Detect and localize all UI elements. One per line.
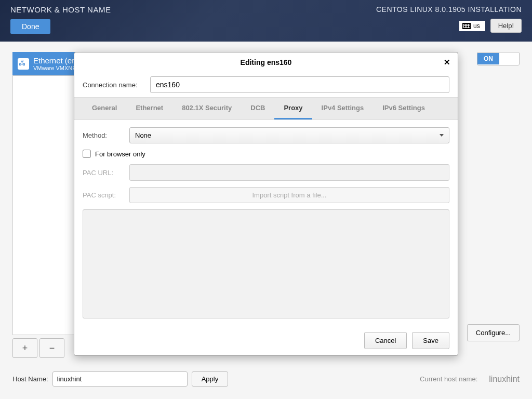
hostname-input[interactable] — [52, 371, 188, 387]
close-icon[interactable]: ✕ — [444, 58, 450, 67]
keyboard-icon — [462, 23, 471, 29]
connection-name-label: Connection name: — [83, 81, 145, 89]
configure-button[interactable]: Configure... — [467, 324, 520, 341]
done-button[interactable]: Done — [10, 19, 50, 34]
pac-url-input — [129, 164, 449, 181]
keyboard-layout-indicator[interactable]: us — [459, 21, 485, 31]
dialog-title: Editing ens160 ✕ — [74, 52, 458, 72]
product-label: CENTOS LINUX 8.0.1905 INSTALLATION — [376, 5, 522, 14]
toggle-on-label: ON — [477, 53, 499, 64]
current-hostname-label: Current host name: — [420, 375, 477, 383]
pac-script-textarea — [83, 209, 449, 318]
apply-hostname-button[interactable]: Apply — [192, 371, 229, 387]
method-value: None — [135, 131, 151, 139]
pac-url-label: PAC URL: — [83, 169, 122, 177]
save-button[interactable]: Save — [412, 332, 449, 349]
installer-header: NETWORK & HOST NAME Done CENTOS LINUX 8.… — [0, 0, 532, 42]
remove-interface-button[interactable]: − — [39, 338, 64, 358]
keyboard-layout-text: us — [473, 22, 480, 30]
tab-general[interactable]: General — [83, 98, 126, 119]
browser-only-label: For browser only — [95, 150, 145, 158]
toggle-knob — [499, 52, 519, 65]
tab-ipv4[interactable]: IPv4 Settings — [312, 98, 374, 119]
spoke-title: NETWORK & HOST NAME — [10, 5, 111, 14]
tab-dcb[interactable]: DCB — [241, 98, 274, 119]
edit-connection-dialog: Editing ens160 ✕ Connection name: Genera… — [74, 52, 458, 356]
tab-proxy[interactable]: Proxy — [274, 98, 312, 119]
current-hostname-value: linuxhint — [489, 375, 520, 384]
add-interface-button[interactable]: + — [12, 338, 37, 358]
cancel-button[interactable]: Cancel — [364, 332, 407, 349]
tab-ipv6[interactable]: IPv6 Settings — [373, 98, 434, 119]
method-label: Method: — [83, 131, 122, 139]
dialog-tabs: General Ethernet 802.1X Security DCB Pro… — [74, 97, 458, 120]
method-dropdown[interactable]: None — [129, 127, 449, 143]
nic-icon — [18, 58, 29, 70]
interface-toggle[interactable]: ON — [477, 52, 520, 65]
connection-name-input[interactable] — [150, 76, 449, 93]
browser-only-checkbox[interactable] — [83, 150, 91, 158]
tab-ethernet[interactable]: Ethernet — [126, 98, 172, 119]
hostname-row: Host Name: Apply Current host name: linu… — [12, 371, 520, 387]
pac-script-label: PAC script: — [83, 191, 122, 199]
import-script-button: Import script from a file... — [129, 187, 449, 203]
chevron-down-icon — [440, 134, 444, 137]
hostname-label: Host Name: — [12, 375, 48, 383]
tab-8021x[interactable]: 802.1X Security — [172, 98, 241, 119]
help-button[interactable]: Help! — [490, 19, 522, 33]
